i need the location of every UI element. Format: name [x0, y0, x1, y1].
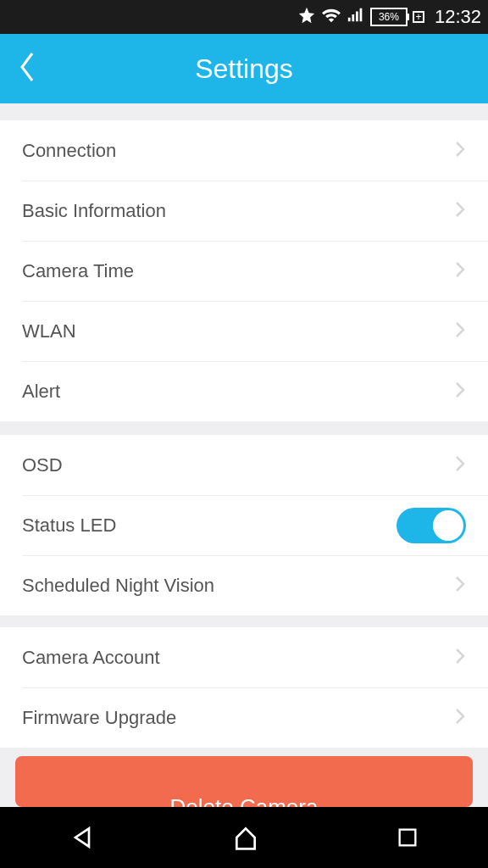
- settings-row-label: WLAN: [22, 320, 454, 342]
- chevron-right-icon: [454, 200, 466, 222]
- nav-home-icon[interactable]: [232, 824, 259, 851]
- battery-icon: 36%: [370, 8, 408, 26]
- page-title: Settings: [195, 53, 293, 85]
- svg-rect-1: [400, 830, 416, 846]
- delete-camera-button[interactable]: Delete Camera: [15, 756, 473, 807]
- settings-row-firmware-upgrade[interactable]: Firmware Upgrade: [0, 687, 488, 748]
- battery-plus-icon: +: [413, 11, 424, 23]
- chevron-right-icon: [454, 647, 466, 669]
- back-button[interactable]: [15, 50, 39, 87]
- settings-row-label: Alert: [22, 381, 454, 403]
- wifi-icon: [321, 6, 341, 29]
- battery-percentage: 36%: [379, 11, 399, 23]
- settings-row-label: Basic Information: [22, 200, 454, 222]
- settings-row-scheduled-night-vision[interactable]: Scheduled Night Vision: [0, 555, 488, 615]
- toggle-status-led[interactable]: [396, 508, 466, 543]
- chevron-right-icon: [454, 707, 466, 729]
- settings-row-connection[interactable]: Connection: [0, 120, 488, 181]
- app-header: Settings: [0, 34, 488, 103]
- svg-marker-0: [75, 828, 89, 846]
- signal-icon: [347, 6, 365, 29]
- settings-row-label: Scheduled Night Vision: [22, 575, 454, 597]
- settings-row-label: Connection: [22, 140, 454, 162]
- android-nav-bar: [0, 807, 488, 868]
- chevron-right-icon: [454, 575, 466, 597]
- settings-row-camera-account[interactable]: Camera Account: [0, 627, 488, 687]
- chevron-right-icon: [454, 454, 466, 476]
- nav-back-icon[interactable]: [69, 824, 96, 851]
- settings-group: Camera AccountFirmware Upgrade: [0, 627, 488, 748]
- settings-row-alert[interactable]: Alert: [0, 361, 488, 421]
- settings-group: ConnectionBasic InformationCamera TimeWL…: [0, 120, 488, 421]
- settings-row-label: OSD: [22, 454, 454, 476]
- settings-row-osd[interactable]: OSD: [0, 435, 488, 495]
- chevron-right-icon: [454, 320, 466, 342]
- section-gap: [0, 421, 488, 435]
- delete-camera-label: Delete Camera: [170, 794, 319, 807]
- settings-row-label: Firmware Upgrade: [22, 707, 454, 729]
- settings-row-camera-time[interactable]: Camera Time: [0, 241, 488, 301]
- settings-group: OSDStatus LEDScheduled Night Vision: [0, 435, 488, 615]
- star-icon: [297, 6, 316, 29]
- toggle-knob: [433, 510, 463, 541]
- status-bar-clock: 12:32: [435, 6, 481, 28]
- nav-recent-icon[interactable]: [396, 826, 419, 849]
- section-gap: [0, 615, 488, 627]
- settings-row-label: Camera Account: [22, 647, 454, 669]
- settings-row-label: Status LED: [22, 515, 396, 537]
- chevron-right-icon: [454, 381, 466, 403]
- section-gap: [0, 103, 488, 120]
- settings-row-label: Camera Time: [22, 260, 454, 282]
- android-status-bar: 36% + 12:32: [0, 0, 488, 34]
- settings-row-basic-information[interactable]: Basic Information: [0, 181, 488, 241]
- chevron-right-icon: [454, 260, 466, 282]
- settings-row-status-led[interactable]: Status LED: [0, 495, 488, 555]
- settings-row-wlan[interactable]: WLAN: [0, 301, 488, 361]
- chevron-right-icon: [454, 140, 466, 162]
